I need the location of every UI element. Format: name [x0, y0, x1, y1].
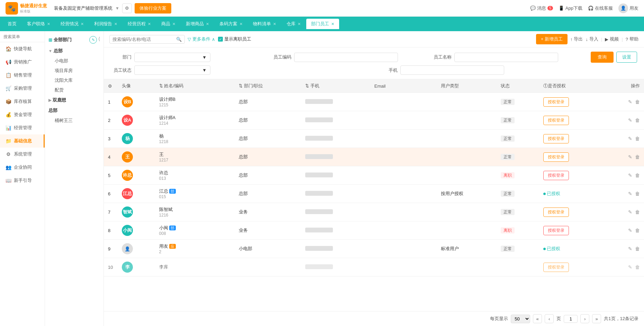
grant-auth-button[interactable]: 授权登录 [543, 263, 569, 272]
edit-icon[interactable]: ✎ [628, 209, 632, 215]
last-page-button[interactable]: » [592, 314, 601, 323]
close-icon[interactable]: ✕ [81, 22, 84, 26]
page-size-select[interactable]: 50 100 [511, 315, 530, 323]
tree-group-zongbu[interactable]: 总部 [45, 105, 103, 116]
grant-auth-button[interactable]: 授权登录 [543, 152, 569, 162]
user-menu[interactable]: 👤 用友 [618, 3, 638, 13]
grant-auth-button[interactable]: 授权登录 [543, 171, 569, 180]
delete-icon[interactable]: 🗑 [635, 117, 640, 123]
edit-icon[interactable]: ✎ [628, 117, 632, 123]
show-resigned-toggle[interactable]: ✓ 显示离职员工 [218, 36, 251, 42]
close-icon[interactable]: ✕ [148, 22, 151, 26]
app-download-button[interactable]: 📱 App下载 [559, 5, 582, 11]
page-number-input[interactable]: 1 [564, 315, 578, 323]
more-conditions-button[interactable]: ▽ 更多条件 ∧ [188, 36, 215, 42]
col-dept-position[interactable]: ⇅ 部门/职位 [235, 79, 301, 93]
tab-customer[interactable]: 客户联络 ✕ [22, 19, 55, 29]
sidebar-item-basic-info[interactable]: 📁 基础信息 [0, 134, 45, 148]
tree-group-headquarters[interactable]: ▼ 总部 [45, 46, 103, 56]
grant-auth-button[interactable]: 授权登录 [543, 208, 569, 217]
sidebar-item-inventory[interactable]: 📦 库存核算 [0, 95, 45, 108]
sidebar-search-bar[interactable]: 🔍 [0, 31, 45, 42]
grant-auth-button[interactable]: 授权登录 [543, 116, 569, 125]
col-name-code[interactable]: ⇅ 姓名/编码 [155, 79, 235, 93]
tab-add-goods[interactable]: 新增商品 ✕ [181, 19, 214, 29]
tab-operation-status[interactable]: 经营情况 ✕ [56, 19, 89, 29]
system-dropdown-arrow[interactable]: ▼ [115, 6, 119, 11]
sidebar-item-finance[interactable]: 💰 资金管理 [0, 108, 45, 121]
sidebar-item-operation[interactable]: 📊 经营管理 [0, 121, 45, 134]
set-button[interactable]: 设置 [616, 52, 637, 63]
add-employee-button[interactable]: + 新增员工 [536, 34, 568, 44]
tab-barcode[interactable]: 条码方案 ✕ [215, 19, 247, 29]
col-phone[interactable]: ⇅ 手机 [301, 79, 370, 93]
edit-icon[interactable]: ✎ [628, 99, 632, 105]
emp-status-select[interactable]: ▼ [134, 65, 210, 75]
view-button[interactable]: ▶ 视频 [605, 36, 619, 42]
import-button[interactable]: ↓ 导入 [586, 36, 598, 42]
tree-child-tongwang[interactable]: 桶树王三 [45, 116, 103, 125]
help-button[interactable]: ? 帮助 [626, 36, 638, 42]
delete-icon[interactable]: 🗑 [635, 99, 640, 105]
col-settings[interactable]: ⚙ [104, 79, 118, 93]
delete-icon[interactable]: 🗑 [635, 209, 640, 215]
tree-child-xiaodian[interactable]: 小电部 [45, 56, 103, 66]
emp-name-input[interactable] [454, 53, 558, 62]
tree-child-shenyang[interactable]: 沈阳大库 [45, 76, 103, 85]
tab-profit[interactable]: 利润报告 ✕ [89, 19, 122, 29]
close-icon[interactable]: ✕ [298, 22, 301, 26]
tab-warehouse[interactable]: 仓库 ✕ [282, 19, 306, 29]
dept-filter-select[interactable]: ▼ [134, 53, 210, 62]
delete-icon[interactable]: 🗑 [635, 264, 640, 270]
sidebar-item-guide[interactable]: 📖 新手引导 [0, 174, 45, 187]
tab-history[interactable]: 经营历程 ✕ [123, 19, 156, 29]
tree-child-project[interactable]: 项目库房 [45, 66, 103, 76]
close-icon[interactable]: ✕ [47, 22, 50, 26]
edit-icon[interactable]: ✎ [628, 264, 632, 270]
close-icon[interactable]: ✕ [172, 22, 175, 26]
delete-icon[interactable]: 🗑 [635, 191, 640, 196]
delete-icon[interactable]: 🗑 [635, 136, 640, 141]
sidebar-item-sales[interactable]: 📋 销售管理 [0, 69, 45, 82]
tree-collapse-button[interactable]: ⟨ [98, 36, 100, 44]
tree-group-shuanglu[interactable]: ▶ 双鹿想 [45, 95, 103, 105]
tab-dept-staff[interactable]: 部门员工 ✕ [306, 19, 339, 29]
prev-page-button[interactable]: ‹ [545, 314, 554, 323]
edit-icon[interactable]: ✎ [628, 191, 632, 196]
tab-home[interactable]: 首页 [3, 19, 21, 29]
close-icon[interactable]: ✕ [273, 22, 276, 26]
tab-goods[interactable]: 商品 ✕ [156, 19, 180, 29]
delete-icon[interactable]: 🗑 [635, 228, 640, 233]
sidebar-item-collab[interactable]: 👥 企业协同 [0, 161, 45, 174]
sidebar-item-purchase[interactable]: 🛒 采购管理 [0, 82, 45, 95]
tree-edit-button[interactable]: ✎ [89, 36, 97, 44]
try-button[interactable]: 体验行业方案 [135, 3, 171, 14]
edit-icon[interactable]: ✎ [628, 136, 632, 141]
grant-auth-button[interactable]: 授权登录 [543, 226, 569, 235]
delete-icon[interactable]: 🗑 [635, 173, 640, 178]
settings-button[interactable]: ⚙ [122, 3, 132, 13]
close-icon[interactable]: ✕ [331, 22, 334, 26]
delete-icon[interactable]: 🗑 [635, 154, 640, 160]
query-button[interactable]: 查询 [591, 52, 614, 63]
delete-icon[interactable]: 🗑 [635, 246, 640, 252]
edit-icon[interactable]: ✎ [628, 173, 632, 178]
grant-auth-button[interactable]: 授权登录 [543, 97, 569, 107]
close-icon[interactable]: ✕ [239, 22, 243, 26]
messages-button[interactable]: 💬 消息 5 [530, 5, 553, 11]
online-service-button[interactable]: 🎧 在线客服 [588, 5, 613, 11]
sidebar-item-marketing[interactable]: 📢 营销推广 [0, 55, 45, 69]
edit-icon[interactable]: ✎ [628, 228, 632, 233]
tree-child-peihua[interactable]: 配货 [45, 85, 103, 95]
sidebar-item-quick-nav[interactable]: 🏠 快捷导航 [0, 42, 45, 55]
first-page-button[interactable]: « [533, 314, 542, 323]
phone-input[interactable] [400, 65, 504, 75]
emp-code-input[interactable] [294, 53, 398, 62]
close-icon[interactable]: ✕ [114, 22, 117, 26]
sidebar-search-input[interactable] [3, 34, 45, 39]
close-icon[interactable]: ✕ [206, 22, 209, 26]
grant-auth-button[interactable]: 授权登录 [543, 134, 569, 143]
sidebar-item-system[interactable]: ⚙ 系统管理 [0, 148, 45, 161]
export-button[interactable]: ↑ 导出 [570, 36, 583, 42]
search-input[interactable] [112, 37, 175, 42]
